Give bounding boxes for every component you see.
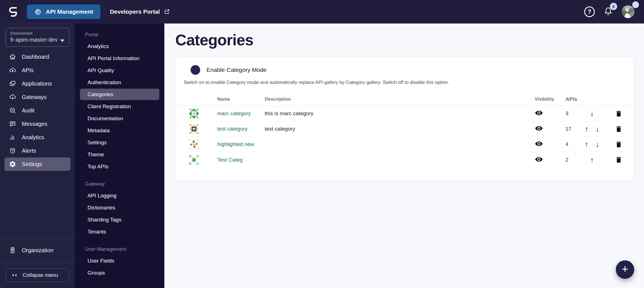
- sidebar-item-label: Analytics: [22, 134, 44, 141]
- sidebar-item-apis[interactable]: APIs: [4, 63, 70, 77]
- subnav-section-title: Portal: [85, 32, 164, 38]
- environment-select[interactable]: Environment fr-apim-master-dev: [6, 28, 69, 47]
- delete-button[interactable]: [615, 125, 622, 133]
- category-name-link[interactable]: highlighted new: [217, 141, 254, 147]
- sidebar-item-gateways[interactable]: Gateways: [4, 90, 70, 104]
- notifications-button[interactable]: 5: [603, 6, 613, 17]
- sidebar-item-alerts[interactable]: Alerts: [4, 144, 70, 157]
- settings-sidenav: PortalAnalyticsAPI Portal InformationAPI…: [75, 23, 164, 288]
- home-icon: [9, 53, 16, 60]
- sidebar-item-label: Applications: [22, 81, 52, 87]
- api-management-button[interactable]: API Management: [27, 4, 100, 19]
- collapse-menu-label: Collapse menu: [23, 272, 58, 278]
- sidebar-item-organization[interactable]: Organization: [4, 244, 70, 257]
- category-icon: [188, 123, 217, 135]
- subnav-item-api-logging[interactable]: API Logging: [80, 190, 159, 201]
- sidebar-item-messages[interactable]: Messages: [4, 117, 70, 131]
- move-up-button[interactable]: ↑: [585, 125, 588, 133]
- topbar-actions: ? 5: [584, 5, 637, 18]
- toggle-label: Enable Category Mode: [207, 67, 267, 73]
- organization-section: Organization: [0, 238, 75, 262]
- table-row: Test Categ 2 ↑: [175, 152, 634, 167]
- categories-table: Name Description Visibility APIs marc ca…: [175, 93, 634, 167]
- notification-count-badge: 5: [610, 3, 617, 10]
- category-name-link[interactable]: Test Categ: [217, 157, 243, 163]
- subnav-item-authentication[interactable]: Authentication: [80, 77, 159, 88]
- sidebar-item-applications[interactable]: Applications: [4, 77, 70, 90]
- add-category-button[interactable]: +: [616, 260, 634, 279]
- delete-button[interactable]: [615, 141, 622, 148]
- subnav-item-client-registration[interactable]: Client Registration: [80, 101, 159, 112]
- sidebar-item-label: Messages: [22, 121, 47, 127]
- sidebar-item-analytics[interactable]: Analytics: [4, 131, 70, 144]
- move-down-button[interactable]: ↓: [590, 110, 594, 117]
- sidebar-item-audit[interactable]: Audit: [4, 104, 70, 117]
- bars-icon: [9, 134, 16, 141]
- category-name-link[interactable]: test category: [217, 126, 248, 132]
- sidebar-nav: DashboardAPIsApplicationsGatewaysAuditMe…: [0, 50, 75, 171]
- toggle-hint: Switch on to enable Category mode and au…: [184, 80, 634, 85]
- subnav-item-api-quality[interactable]: API Quality: [80, 65, 159, 76]
- subnav-item-dictionaries[interactable]: Dictionaries: [80, 202, 159, 213]
- category-name-link[interactable]: marc category: [217, 110, 251, 116]
- subnav-item-tenants[interactable]: Tenants: [80, 226, 159, 237]
- column-header-name: Name: [217, 96, 265, 102]
- main-content: Categories Enable Category Mode Switch o…: [164, 23, 644, 288]
- visibility-eye-icon[interactable]: [535, 109, 543, 117]
- cloud-down-icon: [9, 93, 16, 101]
- visibility-eye-icon[interactable]: [535, 124, 543, 133]
- api-count: 17: [543, 126, 571, 132]
- sidebar-item-dashboard[interactable]: Dashboard: [4, 50, 70, 63]
- collapse-icon: [11, 272, 18, 279]
- help-button[interactable]: ?: [584, 6, 595, 17]
- developers-portal-link[interactable]: Developers Portal: [110, 8, 171, 15]
- gravitee-logo-icon[interactable]: [8, 6, 18, 18]
- api-count: 3: [543, 110, 571, 117]
- subnav-item-top-apis[interactable]: Top APIs: [80, 161, 159, 172]
- sidebar-item-label: Audit: [22, 107, 35, 114]
- delete-button[interactable]: [615, 110, 622, 117]
- subnav-section-title: User Management: [85, 246, 164, 252]
- subnav-item-documentation[interactable]: Documentation: [80, 113, 159, 124]
- delete-button[interactable]: [615, 156, 622, 164]
- visibility-eye-icon[interactable]: [535, 140, 543, 148]
- visibility-eye-icon[interactable]: [535, 155, 543, 164]
- subnav-item-metadata[interactable]: Metadata: [80, 125, 159, 136]
- user-menu[interactable]: [622, 5, 634, 18]
- table-header: Name Description Visibility APIs: [175, 93, 634, 106]
- table-row: marc category this is marc category 3 ↓: [175, 106, 634, 121]
- reorder-controls: ↑: [571, 156, 605, 164]
- frame: Environment fr-apim-master-dev Dashboard…: [0, 23, 644, 288]
- collapse-menu-button[interactable]: Collapse menu: [6, 268, 69, 282]
- subnav-item-api-portal-information[interactable]: API Portal Information: [80, 53, 159, 64]
- subnav-item-sharding-tags[interactable]: Sharding Tags: [80, 214, 159, 225]
- subnav-item-analytics[interactable]: Analytics: [80, 41, 159, 52]
- bell-icon: [603, 12, 613, 17]
- column-header-apis: APIs: [543, 96, 571, 102]
- category-description: this is marc category: [265, 110, 501, 117]
- sidebar-item-label: Settings: [22, 161, 42, 167]
- collapse-wrap: Collapse menu: [0, 262, 75, 288]
- environment-label: Environment: [10, 31, 65, 36]
- subnav-item-user-fields[interactable]: User Fields: [80, 255, 159, 266]
- page-title: Categories: [175, 31, 634, 49]
- enable-category-mode-toggle[interactable]: [184, 67, 199, 73]
- sidebar-item-label: Alerts: [22, 148, 36, 154]
- move-down-button[interactable]: ↓: [596, 141, 599, 148]
- subnav-item-groups[interactable]: Groups: [80, 267, 159, 278]
- table-row: highlighted new 4 ↑↓: [175, 137, 634, 152]
- sidebar-item-settings[interactable]: Settings: [4, 157, 70, 171]
- subnav-item-settings[interactable]: Settings: [80, 137, 159, 148]
- move-down-button[interactable]: ↓: [596, 125, 599, 133]
- move-up-button[interactable]: ↑: [585, 141, 588, 148]
- sidebar-item-label: Gateways: [22, 94, 47, 100]
- move-up-button[interactable]: ↑: [590, 156, 594, 164]
- sidebar-item-label: APIs: [22, 67, 34, 74]
- subnav-item-categories[interactable]: Categories: [80, 89, 159, 100]
- apps-icon: [9, 80, 16, 87]
- message-icon: [9, 120, 16, 128]
- subnav-item-theme[interactable]: Theme: [80, 149, 159, 160]
- category-icon: [188, 108, 217, 119]
- column-header-description: Description: [265, 96, 501, 102]
- building-icon: [9, 247, 16, 254]
